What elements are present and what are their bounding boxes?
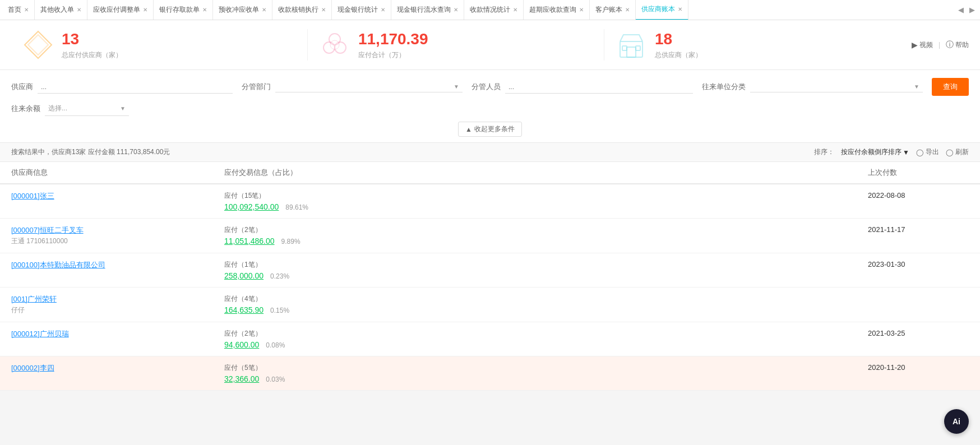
nav-tab-6[interactable]: 现金银行统计✕ [332, 0, 391, 20]
nav-tab-label: 收款核销执行 [278, 5, 318, 15]
export-button[interactable]: ◯ 导出 [916, 147, 939, 157]
nav-tab-close[interactable]: ✕ [321, 7, 326, 13]
nav-tab-1[interactable]: 其他收入单✕ [35, 0, 87, 20]
supplier-label: 供应商 [11, 82, 33, 92]
nav-tab-label: 首页 [8, 5, 21, 15]
last-pay-date-2: 2023-01-30 [868, 260, 905, 268]
tx-percent-1: 9.89% [281, 238, 301, 245]
nav-tab-close[interactable]: ✕ [143, 7, 147, 13]
help-link[interactable]: ⓘ 帮助 [946, 40, 969, 50]
nav-tab-close[interactable]: ✕ [513, 7, 517, 13]
filter-row-1: 供应商 分管部门 ▼ 分管人员 往来单位分类 ▼ 查询 [11, 78, 969, 96]
nav-tab-4[interactable]: 预收冲应收单✕ [213, 0, 272, 20]
collapse-button[interactable]: ▲ 收起更多条件 [458, 122, 522, 137]
supplier-input[interactable] [38, 81, 233, 94]
nav-tab-close[interactable]: ✕ [381, 7, 385, 13]
tx-label-2: 应付（1笔） [224, 260, 868, 270]
stat-icon-1 [319, 29, 350, 61]
stat-icon-2 [616, 29, 647, 61]
nav-tab-8[interactable]: 收款情况统计✕ [464, 0, 524, 20]
nav-tab-10[interactable]: 客户账本✕ [590, 0, 636, 20]
stat-block-0: 13 总应付供应商（家） [11, 29, 308, 61]
supplier-link-3[interactable]: [001]广州荣轩 [11, 294, 224, 304]
nav-tab-0[interactable]: 首页✕ [2, 0, 35, 20]
nav-tab-label: 现金银行统计 [338, 5, 378, 15]
table-row: [000007]恒旺二手叉车 王通 17106110000 应付（2笔） 11,… [0, 219, 980, 253]
tx-amount-1[interactable]: 11,051,486.00 [224, 237, 275, 245]
dept-chevron-icon: ▼ [454, 84, 459, 90]
stat-content-1: 11,170.39 应付合计（万） [358, 30, 428, 61]
nav-tab-label: 预收冲应收单 [219, 5, 259, 15]
refresh-button[interactable]: ◯ 刷新 [946, 147, 969, 157]
nav-tab-label: 供应商账本 [641, 4, 675, 14]
svg-rect-7 [627, 47, 636, 57]
balance-label: 往来余额 [11, 104, 40, 114]
sort-chevron-icon: ▼ [903, 149, 909, 156]
tx-label-1: 应付（2笔） [224, 225, 868, 235]
stats-area: 13 总应付供应商（家） 11,170.39 应付合计（万） 18 总供应商（家… [0, 20, 980, 70]
lastpay-cell-5: 2020-11-20 [868, 363, 969, 372]
supplier-link-2[interactable]: [000100]本特勤油品有限公司 [11, 260, 224, 270]
tx-amount-4[interactable]: 94,600.00 [224, 340, 259, 349]
col-header-lastpay: 上次付数 [868, 168, 969, 178]
help-icon: ⓘ [946, 40, 954, 50]
unit-label: 往来单位分类 [702, 82, 746, 92]
nav-tab-label: 应收应付调整单 [93, 5, 140, 15]
supplier-link-0[interactable]: [000001]张三 [11, 191, 224, 201]
nav-tab-7[interactable]: 现金银行流水查询✕ [391, 0, 464, 20]
collapse-label: 收起更多条件 [474, 124, 515, 134]
person-input[interactable] [505, 81, 693, 94]
tx-row-1: 11,051,486.00 9.89% [224, 237, 868, 245]
tx-row-2: 258,000.00 0.23% [224, 271, 868, 280]
query-button[interactable]: 查询 [932, 78, 969, 96]
nav-tab-close[interactable]: ✕ [454, 7, 458, 13]
nav-tab-close[interactable]: ✕ [625, 7, 630, 13]
nav-tab-close[interactable]: ✕ [24, 7, 29, 13]
nav-tab-11[interactable]: 供应商账本✕ [636, 0, 688, 20]
supplier-cell-4: [000012]广州贝瑞 [11, 329, 224, 339]
nav-tab-close[interactable]: ✕ [262, 7, 266, 13]
tx-label-0: 应付（15笔） [224, 191, 868, 201]
stat-number-2: 18 [655, 30, 702, 49]
sort-select[interactable]: 按应付余额倒序排序 ▼ [841, 147, 909, 157]
tx-amount-2[interactable]: 258,000.00 [224, 271, 264, 280]
filter-area: 供应商 分管部门 ▼ 分管人员 往来单位分类 ▼ 查询 往来余额 选择 [0, 70, 980, 143]
lastpay-cell-4: 2021-03-25 [868, 329, 969, 337]
svg-point-5 [330, 40, 339, 49]
nav-tab-close[interactable]: ✕ [77, 7, 81, 13]
table-row: [000002]李四 应付（5笔） 32,366.00 0.03% 2020-1… [0, 356, 980, 391]
nav-tab-label: 超期应收款查询 [529, 5, 576, 15]
filter-row-2: 往来余额 选择... ▼ [11, 101, 969, 116]
supplier-link-1[interactable]: [000007]恒旺二手叉车 [11, 225, 224, 235]
stat-label-2: 总供应商（家） [655, 50, 702, 60]
nav-tab-9[interactable]: 超期应收款查询✕ [524, 0, 590, 20]
nav-tab-close[interactable]: ✕ [678, 6, 682, 12]
supplier-link-4[interactable]: [000012]广州贝瑞 [11, 329, 224, 339]
nav-next-arrow[interactable]: ▶ [967, 0, 978, 20]
supplier-link-5[interactable]: [000002]李四 [11, 363, 224, 373]
nav-tab-2[interactable]: 应收应付调整单✕ [87, 0, 154, 20]
tx-amount-3[interactable]: 164,635.90 [224, 305, 264, 314]
nav-tab-3[interactable]: 银行存取款单✕ [154, 0, 213, 20]
sort-label: 排序： [814, 147, 834, 157]
transaction-cell-0: 应付（15笔） 100,092,540.00 89.61% [224, 191, 868, 211]
result-bar: 搜索结果中，供应商13家 应付金额 111,703,854.00元 排序： 按应… [0, 143, 980, 162]
nav-prev-arrow[interactable]: ◀ [955, 0, 967, 20]
top-nav: 首页✕其他收入单✕应收应付调整单✕银行存取款单✕预收冲应收单✕收款核销执行✕现金… [0, 0, 980, 20]
unit-filter: 往来单位分类 ▼ [702, 81, 923, 92]
video-link[interactable]: ▶ 视频 [912, 40, 933, 50]
tx-amount-0[interactable]: 100,092,540.00 [224, 202, 279, 211]
balance-chevron-icon: ▼ [120, 105, 126, 112]
nav-tab-5[interactable]: 收款核销执行✕ [272, 0, 332, 20]
stat-block-2: 18 总供应商（家） [604, 29, 900, 61]
balance-select[interactable]: 选择... ▼ [45, 101, 129, 116]
transaction-cell-3: 应付（4笔） 164,635.90 0.15% [224, 294, 868, 314]
tx-label-5: 应付（5笔） [224, 363, 868, 373]
tx-amount-5[interactable]: 32,366.00 [224, 374, 259, 383]
stat-content-0: 13 总应付供应商（家） [62, 30, 122, 61]
nav-tab-close[interactable]: ✕ [579, 7, 584, 13]
last-pay-date-1: 2021-11-17 [868, 225, 905, 234]
nav-tab-close[interactable]: ✕ [202, 7, 207, 13]
dept-select[interactable]: ▼ [275, 81, 463, 92]
unit-select[interactable]: ▼ [750, 81, 923, 92]
